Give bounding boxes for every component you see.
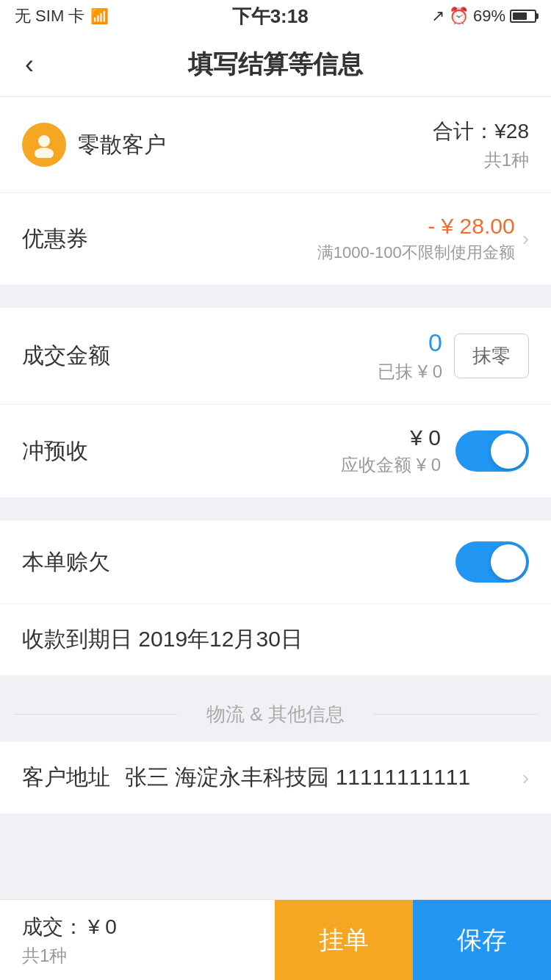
customer-name: 零散客户 <box>78 130 166 160</box>
customer-right: 合计：¥28 共1种 <box>433 118 529 172</box>
prereceive-right: ¥ 0 应收金额 ¥ 0 <box>341 425 529 477</box>
nav-bar: ‹ 填写结算等信息 <box>0 32 551 97</box>
deal-right: 0 已抹 ¥ 0 抹零 <box>378 328 529 383</box>
pending-button[interactable]: 挂单 <box>275 900 413 981</box>
logistics-line-right <box>374 714 536 715</box>
prereceive-row: 冲预收 ¥ 0 应收金额 ¥ 0 <box>0 404 551 497</box>
status-right: ↗ ⏰ 69% <box>431 7 536 26</box>
prereceive-receivable: 应收金额 ¥ 0 <box>341 453 441 477</box>
debt-toggle-circle <box>491 544 526 580</box>
bottom-summary: 成交： ¥ 0 共1种 <box>0 913 275 968</box>
battery-percent: 69% <box>473 7 505 26</box>
bottom-deal-value: ¥ 0 <box>88 915 117 939</box>
coupon-row[interactable]: 优惠券 - ¥ 28.00 满1000-100不限制使用金额 › <box>0 192 551 284</box>
bottom-deal-row: 成交： ¥ 0 <box>22 913 253 941</box>
logistics-line-left <box>15 714 177 715</box>
deal-rounded-label: 已抹 ¥ 0 <box>378 360 442 383</box>
coupon-amount: - ¥ 28.00 <box>317 214 515 239</box>
alarm-icon: ⏰ <box>449 7 469 26</box>
bottom-bar: 成交： ¥ 0 共1种 挂单 保存 <box>0 899 551 980</box>
bottom-count: 共1种 <box>22 944 253 968</box>
battery-fill <box>513 12 527 20</box>
status-left: 无 SIM 卡 📶 <box>15 5 109 27</box>
section-divider-1 <box>0 296 551 308</box>
address-chevron-icon: › <box>522 766 529 790</box>
address-value: 张三 海淀永丰科技园 11111111111 <box>125 763 522 793</box>
debt-section: 本单赊欠 收款到期日 2019年12月30日 <box>0 521 551 675</box>
deal-amount-label: 成交金额 <box>22 341 110 371</box>
address-row[interactable]: 客户地址 张三 海淀永丰科技园 11111111111 › <box>0 742 551 813</box>
round-zero-button[interactable]: 抹零 <box>454 334 529 378</box>
customer-left: 零散客户 <box>22 123 166 167</box>
address-label: 客户地址 <box>22 763 110 793</box>
deal-section: 成交金额 0 已抹 ¥ 0 抹零 冲预收 ¥ 0 应收金额 ¥ 0 <box>0 308 551 497</box>
wifi-icon: 📶 <box>90 7 109 25</box>
address-section: 客户地址 张三 海淀永丰科技园 11111111111 › <box>0 742 551 813</box>
coupon-value-area: - ¥ 28.00 满1000-100不限制使用金额 <box>317 214 515 264</box>
prereceive-toggle[interactable] <box>455 430 529 472</box>
svg-point-1 <box>35 148 54 158</box>
deal-amount-row: 成交金额 0 已抹 ¥ 0 抹零 <box>0 308 551 404</box>
bottom-deal-label: 成交： <box>22 913 84 941</box>
back-button[interactable]: ‹ <box>18 42 41 87</box>
svg-point-0 <box>38 135 50 147</box>
customer-avatar <box>22 123 66 167</box>
content: 零散客户 合计：¥28 共1种 优惠券 - ¥ 28.00 满1000-100不… <box>0 97 551 913</box>
logistics-divider: 物流 & 其他信息 <box>0 687 551 742</box>
prereceive-label: 冲预收 <box>22 436 88 466</box>
debt-toggle[interactable] <box>455 541 529 583</box>
section-divider-2 <box>0 509 551 521</box>
deal-value-area: 0 已抹 ¥ 0 <box>378 328 442 383</box>
prereceive-value-area: ¥ 0 应收金额 ¥ 0 <box>341 425 441 477</box>
status-bar: 无 SIM 卡 📶 下午3:18 ↗ ⏰ 69% <box>0 0 551 32</box>
save-button[interactable]: 保存 <box>413 900 551 981</box>
customer-count: 共1种 <box>433 148 529 172</box>
coupon-label: 优惠券 <box>22 224 88 254</box>
page-title: 填写结算等信息 <box>188 48 363 82</box>
sim-signal: 无 SIM 卡 <box>15 5 84 27</box>
toggle-circle <box>491 433 526 469</box>
status-time: 下午3:18 <box>232 4 309 29</box>
battery-bar <box>510 10 536 23</box>
customer-row: 零散客户 合计：¥28 共1种 <box>0 97 551 192</box>
duedate-row: 收款到期日 2019年12月30日 <box>0 603 551 675</box>
debt-row: 本单赊欠 <box>0 521 551 603</box>
duedate-content: 收款到期日 2019年12月30日 <box>22 627 303 651</box>
location-icon: ↗ <box>431 7 444 26</box>
deal-amount-value: 0 <box>378 328 442 357</box>
coupon-right: - ¥ 28.00 满1000-100不限制使用金额 › <box>317 214 529 264</box>
coupon-chevron-icon: › <box>522 227 529 251</box>
customer-total: 合计：¥28 <box>433 118 529 145</box>
debt-label: 本单赊欠 <box>22 547 110 577</box>
customer-section: 零散客户 合计：¥28 共1种 优惠券 - ¥ 28.00 满1000-100不… <box>0 97 551 284</box>
prereceive-amount: ¥ 0 <box>341 425 441 450</box>
logistics-text: 物流 & 其他信息 <box>206 702 345 727</box>
coupon-desc: 满1000-100不限制使用金额 <box>317 242 515 264</box>
